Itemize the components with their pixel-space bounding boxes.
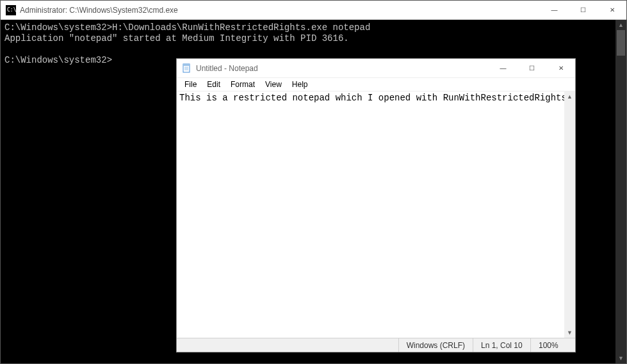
status-zoom: 100% — [530, 338, 575, 352]
maximize-button[interactable]: ☐ — [517, 59, 546, 77]
status-cursor-position: Ln 1, Col 10 — [473, 338, 530, 352]
minimize-button[interactable]: — — [540, 1, 569, 19]
cmd-scrollbar[interactable]: ▲ ▼ — [615, 20, 626, 363]
menu-view[interactable]: View — [260, 79, 287, 90]
scroll-down-icon[interactable]: ▼ — [615, 353, 626, 363]
scroll-up-icon[interactable]: ▲ — [564, 91, 575, 102]
cmd-line: C:\Windows\system32> — [4, 55, 112, 65]
scroll-thumb[interactable] — [617, 30, 625, 56]
scroll-down-icon[interactable]: ▼ — [564, 328, 575, 338]
menu-help[interactable]: Help — [287, 79, 313, 90]
maximize-button[interactable]: ☐ — [569, 1, 598, 19]
menu-format[interactable]: Format — [225, 79, 260, 90]
notepad-title: Untitled - Notepad — [196, 64, 489, 73]
close-button[interactable]: ✕ — [598, 1, 626, 19]
cmd-title: Administrator: C:\Windows\System32\cmd.e… — [20, 6, 540, 15]
notepad-content[interactable]: This is a restricted notepad which I ope… — [177, 91, 575, 104]
menu-edit[interactable]: Edit — [202, 79, 225, 90]
notepad-window-controls: — ☐ ✕ — [489, 59, 575, 77]
notepad-textarea[interactable]: This is a restricted notepad which I ope… — [177, 91, 575, 338]
cmd-line: C:\Windows\system32>H:\Downloads\RunWith… — [4, 22, 370, 33]
minimize-button[interactable]: — — [489, 59, 517, 77]
cmd-titlebar[interactable]: C:\ Administrator: C:\Windows\System32\c… — [1, 1, 626, 20]
scroll-up-icon[interactable]: ▲ — [615, 20, 626, 30]
notepad-scrollbar[interactable]: ▲ ▼ — [564, 91, 575, 338]
notepad-icon — [182, 63, 192, 74]
cmd-icon: C:\ — [6, 5, 16, 15]
cmd-window-controls: — ☐ ✕ — [540, 1, 626, 19]
menu-file[interactable]: File — [179, 79, 202, 90]
cmd-line: Application "notepad" started at Medium … — [4, 33, 349, 44]
notepad-window: Untitled - Notepad — ☐ ✕ File Edit Forma… — [176, 58, 576, 352]
notepad-statusbar: Windows (CRLF) Ln 1, Col 10 100% — [177, 338, 575, 352]
close-button[interactable]: ✕ — [546, 59, 575, 77]
svg-rect-1 — [183, 64, 190, 66]
notepad-menubar: File Edit Format View Help — [177, 78, 575, 91]
status-eol: Windows (CRLF) — [398, 338, 473, 352]
notepad-titlebar[interactable]: Untitled - Notepad — ☐ ✕ — [177, 59, 575, 78]
